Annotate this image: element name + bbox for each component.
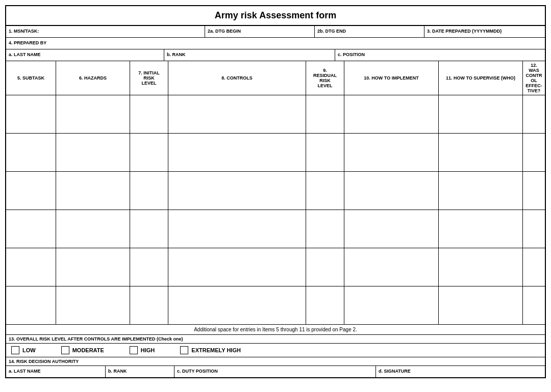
col-header-subtask: 5. SUBTASK xyxy=(6,61,56,95)
dtgend-cell: 2b. DTG END xyxy=(315,26,424,37)
table-row xyxy=(6,286,545,325)
data-effective-6 xyxy=(523,286,545,324)
data-hazards-1 xyxy=(56,95,130,133)
bottom-row: a. LAST NAME b. RANK c. DUTY POSITION d.… xyxy=(6,366,545,377)
implement-header-label: 10. HOW TO IMPLEMENT xyxy=(364,75,418,81)
additional-space-note: Additional space for entries in Items 5 … xyxy=(6,325,545,335)
position-label: c. POSITION xyxy=(338,52,365,57)
col-header-initial: 7. INITIALRISKLEVEL xyxy=(130,61,168,95)
lastname-label: a. LAST NAME xyxy=(9,52,41,57)
msntask-row: 1. MSN/TASK: 2a. DTG BEGIN 2b. DTG END 3… xyxy=(6,26,545,38)
risk-option-low[interactable]: LOW xyxy=(11,346,36,354)
data-residual-3 xyxy=(306,172,344,210)
hazards-header-label: 6. HAZARDS xyxy=(79,75,107,81)
data-supervise-5 xyxy=(439,248,523,286)
data-supervise-4 xyxy=(439,210,523,248)
data-controls-2 xyxy=(168,134,306,171)
column-header-row: 5. SUBTASK 6. HAZARDS 7. INITIALRISKLEVE… xyxy=(6,61,545,95)
data-effective-1 xyxy=(523,95,545,133)
msntask-cell: 1. MSN/TASK: xyxy=(6,26,205,37)
data-effective-5 xyxy=(523,248,545,286)
risk-moderate-label: MODERATE xyxy=(72,347,104,353)
data-initial-3 xyxy=(130,172,168,210)
checkbox-moderate[interactable] xyxy=(61,346,69,354)
data-subtask-6 xyxy=(6,286,56,324)
preparedby-label: 4. PREPARED BY xyxy=(9,40,46,45)
data-subtask-3 xyxy=(6,172,56,210)
data-residual-4 xyxy=(306,210,344,248)
risk-option-high[interactable]: HIGH xyxy=(130,346,155,354)
bottom-rank-label: b. RANK xyxy=(108,369,127,374)
col-header-effective: 12.WASCONTROLEFFEC-TIVE? xyxy=(523,61,545,95)
checkbox-high[interactable] xyxy=(130,346,138,354)
preparedby-cell: 4. PREPARED BY xyxy=(6,38,545,49)
overall-risk-label: 13. OVERALL RISK LEVEL AFTER CONTROLS AR… xyxy=(6,335,545,344)
data-supervise-6 xyxy=(439,286,523,324)
data-residual-5 xyxy=(306,248,344,286)
dtgbegin-cell: 2a. DTG BEGIN xyxy=(205,26,315,37)
risk-decision-label: 14. RISK DECISION AUTHORITY xyxy=(6,357,545,366)
preparedby-row: 4. PREPARED BY xyxy=(6,38,545,49)
risk-option-moderate[interactable]: MODERATE xyxy=(61,346,104,354)
data-subtask-1 xyxy=(6,95,56,133)
data-initial-1 xyxy=(130,95,168,133)
data-residual-1 xyxy=(306,95,344,133)
data-controls-6 xyxy=(168,286,306,324)
data-implement-5 xyxy=(344,248,439,286)
data-controls-4 xyxy=(168,210,306,248)
data-hazards-3 xyxy=(56,172,130,210)
bottom-lastname-label: a. LAST NAME xyxy=(9,369,41,374)
data-supervise-3 xyxy=(439,172,523,210)
effective-header-label: 12.WASCONTROLEFFEC-TIVE? xyxy=(525,63,542,93)
col-header-residual: 9.RESIDUALRISKLEVEL xyxy=(306,61,344,95)
data-implement-1 xyxy=(344,95,439,133)
residual-header-label: 9.RESIDUALRISKLEVEL xyxy=(313,68,337,88)
data-initial-5 xyxy=(130,248,168,286)
risk-option-extremely-high[interactable]: EXTREMELY HIGH xyxy=(180,346,241,354)
data-subtask-4 xyxy=(6,210,56,248)
bottom-lastname-cell: a. LAST NAME xyxy=(6,366,106,377)
table-row xyxy=(6,95,545,134)
bottom-duty-cell: c. DUTY POSITION xyxy=(174,366,376,377)
data-hazards-4 xyxy=(56,210,130,248)
bottom-rank-cell: b. RANK xyxy=(106,366,174,377)
supervise-header-label: 11. HOW TO SUPERVISE (WHO) xyxy=(446,75,515,81)
position-cell: c. POSITION xyxy=(335,49,545,61)
table-row xyxy=(6,172,545,210)
table-row xyxy=(6,248,545,286)
data-controls-3 xyxy=(168,172,306,210)
data-residual-6 xyxy=(306,286,344,324)
data-implement-4 xyxy=(344,210,439,248)
bottom-sig-cell: d. SIGNATURE xyxy=(376,366,545,377)
msntask-label: 1. MSN/TASK: xyxy=(9,29,39,34)
data-residual-2 xyxy=(306,134,344,171)
data-controls-5 xyxy=(168,248,306,286)
bottom-duty-label: c. DUTY POSITION xyxy=(177,369,218,374)
table-row xyxy=(6,134,545,172)
data-initial-6 xyxy=(130,286,168,324)
risk-checkboxes-row: LOW MODERATE HIGH EXTREMELY HIGH xyxy=(6,344,545,357)
dtgend-label: 2b. DTG END xyxy=(317,29,346,34)
col-header-controls: 8. CONTROLS xyxy=(168,61,306,95)
risk-high-label: HIGH xyxy=(141,347,155,353)
data-hazards-6 xyxy=(56,286,130,324)
form-title: Army risk Assessment form xyxy=(6,6,545,26)
col-header-hazards: 6. HAZARDS xyxy=(56,61,130,95)
checkbox-extremely-high[interactable] xyxy=(180,346,188,354)
data-supervise-1 xyxy=(439,95,523,133)
data-subtask-2 xyxy=(6,134,56,171)
dateprepared-cell: 3. DATE PREPARED (YYYYMMDD) xyxy=(424,26,545,37)
lastname-cell: a. LAST NAME xyxy=(6,49,164,61)
rank-label: b. RANK xyxy=(167,52,186,57)
risk-extremely-high-label: EXTREMELY HIGH xyxy=(191,347,241,353)
table-row xyxy=(6,210,545,248)
army-risk-assessment-form: Army risk Assessment form 1. MSN/TASK: 2… xyxy=(5,5,546,378)
name-row: a. LAST NAME b. RANK c. POSITION xyxy=(6,49,545,61)
subtask-header-label: 5. SUBTASK xyxy=(17,75,44,81)
data-controls-1 xyxy=(168,95,306,133)
data-effective-4 xyxy=(523,210,545,248)
data-initial-2 xyxy=(130,134,168,171)
dateprepared-label: 3. DATE PREPARED (YYYYMMDD) xyxy=(427,29,502,34)
checkbox-low[interactable] xyxy=(11,346,19,354)
dtgbegin-label: 2a. DTG BEGIN xyxy=(208,29,241,34)
